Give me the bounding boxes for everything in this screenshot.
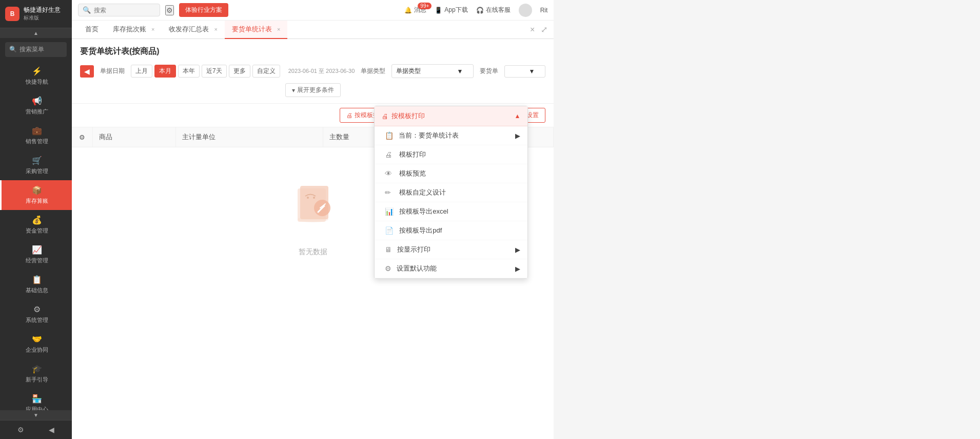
purchase-icon: 🛒	[32, 156, 42, 165]
print-dropdown-header[interactable]: 🖨 按模板打印 ▲	[375, 106, 527, 126]
online-support-label: 在线客服	[486, 6, 511, 14]
tab-receipt-summary-close[interactable]: ×	[214, 26, 217, 32]
print-dropdown-collapse-arrow[interactable]: ▲	[514, 112, 520, 120]
sidebar-item-label: 快捷导航	[26, 78, 48, 86]
app-download-button[interactable]: 📱 App下载	[435, 6, 467, 14]
filter-collapse-button[interactable]: ◀	[80, 65, 94, 78]
sidebar-scroll-up[interactable]: ▲	[0, 28, 72, 38]
search-icon: 🔍	[9, 46, 17, 53]
expand-more-button[interactable]: ▾ 展开更多条件	[285, 83, 341, 97]
tab-close-all[interactable]: ×	[530, 25, 535, 34]
order-type-select[interactable]: ▼	[504, 65, 545, 78]
collab-icon: 🤝	[32, 334, 42, 344]
tab-home[interactable]: 首页	[78, 21, 106, 39]
sidebar-item-label: 资金管理	[26, 227, 48, 235]
template-preview-item[interactable]: 👁 模板预览	[375, 164, 527, 183]
sidebar-collapse-button[interactable]: ◀	[49, 426, 54, 434]
quick-nav-icon: ⚡	[32, 66, 42, 76]
tab-inventory-batch[interactable]: 库存批次账 ×	[106, 21, 162, 39]
svg-point-6	[307, 197, 309, 199]
export-pdf-item[interactable]: 📄 按模板导出pdf	[375, 221, 527, 240]
messages-button[interactable]: 🔔 消息 99+	[404, 6, 426, 14]
table-col-product: 商品	[92, 127, 176, 147]
svg-point-7	[313, 197, 315, 199]
sidebar-item-basic-info[interactable]: 📋 基础信息	[0, 270, 72, 299]
export-excel-item[interactable]: 📊 按模板导出excel	[375, 202, 527, 221]
sidebar-item-label: 企业协同	[26, 346, 48, 354]
display-print-item[interactable]: 🖥 按显示打印 ▶	[375, 240, 527, 259]
sidebar-item-label: 应用中心	[26, 406, 48, 410]
sidebar-item-app-center[interactable]: 🏪 应用中心	[0, 389, 72, 410]
date-btn-more[interactable]: 更多	[229, 65, 250, 78]
export-pdf-label: 按模板导出pdf	[399, 226, 442, 235]
type-select-value: 单据类型	[396, 67, 421, 75]
sidebar-item-system[interactable]: ⚙ 系统管理	[0, 299, 72, 329]
sidebar-item-guide[interactable]: 🎓 新手引导	[0, 359, 72, 389]
sidebar-item-finance[interactable]: 💰 资金管理	[0, 210, 72, 240]
tab-order-stats[interactable]: 要货单统计表 ×	[225, 21, 287, 39]
print-current-item[interactable]: 📋 当前：要货单统计表 ▶	[375, 126, 527, 145]
tab-inventory-batch-label: 库存批次账	[113, 25, 146, 34]
sidebar-search-container: 🔍 搜索菜单	[0, 38, 72, 61]
sidebar-item-label: 采购管理	[26, 167, 48, 175]
system-icon: ⚙	[33, 304, 41, 314]
expand-icon: ▾	[292, 87, 295, 94]
topbar-gear-button[interactable]: ⚙	[165, 5, 174, 15]
page-header: 要货单统计表(按商品)	[72, 39, 554, 61]
sidebar-scroll-down[interactable]: ▼	[0, 410, 72, 420]
sidebar-item-label: 销售管理	[26, 138, 48, 145]
search-menu-button[interactable]: 🔍 搜索菜单	[5, 42, 67, 57]
sidebar-item-purchase[interactable]: 🛒 采购管理	[0, 150, 72, 180]
tab-receipt-summary[interactable]: 收发存汇总表 ×	[162, 21, 224, 39]
sidebar-item-collab[interactable]: 🤝 企业协同	[0, 329, 72, 359]
trial-button[interactable]: 体验行业方案	[179, 3, 228, 17]
expand-label: 展开更多条件	[297, 86, 334, 94]
sidebar-settings-button[interactable]: ⚙	[17, 426, 24, 434]
date-btn-this-month[interactable]: 本月	[154, 65, 176, 78]
tab-inventory-batch-close[interactable]: ×	[151, 26, 154, 32]
tab-order-stats-close[interactable]: ×	[277, 26, 280, 32]
finance-icon: 💰	[32, 215, 42, 225]
sidebar-item-inventory[interactable]: 📦 库存算账	[0, 180, 72, 210]
default-func-item[interactable]: ⚙ 设置默认功能 ▶	[375, 259, 527, 278]
default-func-arrow: ▶	[515, 265, 520, 273]
template-design-label: 模板自定义设计	[399, 188, 446, 197]
col-settings-icon[interactable]: ⚙	[79, 133, 85, 141]
sidebar-item-quick-nav[interactable]: ⚡ 快捷导航	[0, 61, 72, 91]
date-btn-this-year[interactable]: 本年	[178, 65, 200, 78]
sidebar-nav: ⚡ 快捷导航 📢 营销推广 💼 销售管理 🛒 采购管理 📦 库存算账 💰	[0, 61, 72, 410]
template-print-item-label: 模板打印	[399, 150, 426, 159]
display-print-icon: 🖥	[385, 245, 392, 254]
sidebar-item-marketing[interactable]: 📢 营销推广	[0, 91, 72, 121]
print-dropdown-title: 🖨 按模板打印	[382, 111, 425, 121]
template-print-icon: 🖨	[385, 150, 394, 159]
bell-icon: 🔔	[404, 7, 412, 14]
template-print-item[interactable]: 🖨 模板打印	[375, 145, 527, 164]
date-btn-last-month[interactable]: 上月	[131, 65, 152, 78]
sidebar-item-label: 基础信息	[26, 287, 48, 294]
table-col-settings[interactable]: ⚙	[72, 127, 92, 147]
current-arrow: ▶	[515, 132, 520, 140]
avatar[interactable]	[519, 4, 532, 17]
app-version: 标准版	[24, 14, 61, 22]
date-btn-custom[interactable]: 自定义	[252, 65, 280, 78]
app-center-icon: 🏪	[32, 394, 42, 404]
date-btn-7days[interactable]: 近7天	[202, 65, 227, 78]
tab-expand[interactable]: ⤢	[541, 25, 547, 34]
type-select-arrow: ▼	[457, 68, 463, 75]
marketing-icon: 📢	[32, 96, 42, 106]
sidebar-item-sales[interactable]: 💼 销售管理	[0, 121, 72, 150]
date-range-display: 2023-06-01 至 2023-06-30	[288, 67, 355, 75]
tab-receipt-summary-label: 收发存汇总表	[169, 25, 209, 34]
download-icon: 📱	[435, 7, 442, 14]
online-support-button[interactable]: 🎧 在线客服	[476, 6, 511, 14]
template-design-item[interactable]: ✏ 模板自定义设计	[375, 183, 527, 202]
type-select[interactable]: 单据类型 ▼	[391, 64, 474, 78]
order-type-arrow: ▼	[528, 68, 535, 75]
topbar-search-input[interactable]	[94, 7, 145, 14]
sidebar: B 畅捷通好生意 标准版 ▲ 🔍 搜索菜单 ⚡ 快捷导航 📢 营销推广 💼	[0, 0, 72, 439]
topbar-search-icon: 🔍	[83, 6, 91, 14]
sidebar-item-label: 营销推广	[26, 108, 48, 116]
sidebar-item-operations[interactable]: 📈 经营管理	[0, 240, 72, 270]
current-icon: 📋	[385, 131, 394, 140]
